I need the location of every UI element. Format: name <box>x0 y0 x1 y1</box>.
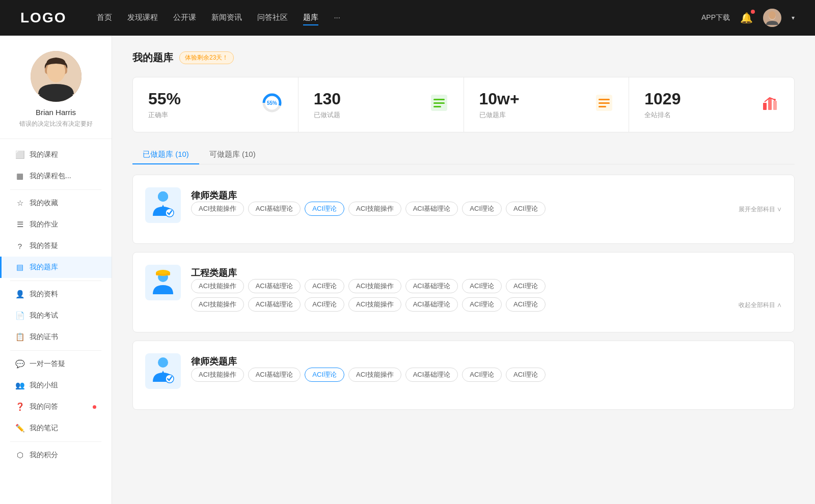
sidebar-item-exam[interactable]: 📄 我的考试 <box>0 305 112 326</box>
svg-rect-10 <box>433 99 445 100</box>
tag[interactable]: ACI技能操作 <box>348 202 401 216</box>
tag[interactable]: ACI理论 <box>305 297 344 312</box>
engineer-icon <box>145 265 181 300</box>
tab-done-banks[interactable]: 已做题库 (10) <box>132 145 199 164</box>
sidebar-item-group[interactable]: 👥 我的小组 <box>0 375 112 396</box>
tag[interactable]: ACI理论 <box>506 297 546 312</box>
nav-link-questionbank[interactable]: 题库 <box>303 11 318 25</box>
nav-chevron-icon[interactable]: ▾ <box>792 14 795 21</box>
nav-right: APP下载 🔔 ▾ <box>701 9 795 27</box>
tag[interactable]: ACI理论 <box>462 279 502 293</box>
tag[interactable]: ACI基础理论 <box>405 297 458 312</box>
menu-divider <box>10 350 101 351</box>
nav-link-news[interactable]: 新闻资讯 <box>211 11 242 25</box>
tag[interactable]: ACI理论 <box>506 279 546 293</box>
stat-label: 已做试题 <box>314 110 341 120</box>
nav-link-qa[interactable]: 问答社区 <box>257 11 288 25</box>
svg-point-22 <box>158 191 168 202</box>
tag[interactable]: ACI基础理论 <box>405 279 458 293</box>
collapse-link[interactable]: 收起全部科目 ∧ <box>739 301 782 312</box>
sidebar-item-points[interactable]: ⬡ 我的积分 <box>0 444 112 466</box>
page-header: 我的题库 体验剩余23天！ <box>132 51 795 65</box>
tag[interactable]: ACI技能操作 <box>348 368 401 382</box>
bank-name: 律师类题库 <box>191 187 782 202</box>
tag[interactable]: ACI理论 <box>506 368 546 382</box>
bell-icon: 🔔 <box>740 12 753 23</box>
nav-logo[interactable]: LOGO <box>20 10 66 26</box>
tag[interactable]: ACI基础理论 <box>405 202 458 216</box>
expand-link[interactable]: 展开全部科目 ∨ <box>739 205 782 216</box>
tag-active[interactable]: ACI理论 <box>305 368 344 382</box>
sidebar-item-favorites[interactable]: ☆ 我的收藏 <box>0 192 112 214</box>
svg-rect-15 <box>599 102 610 104</box>
nav-link-discover[interactable]: 发现课程 <box>127 11 158 25</box>
sidebar-item-questionbank[interactable]: ▤ 我的题库 <box>0 257 112 278</box>
sidebar-item-notes[interactable]: ✏️ 我的笔记 <box>0 417 112 439</box>
notification-bell[interactable]: 🔔 <box>740 12 753 24</box>
sidebar-item-answers[interactable]: ❓ 我的问答 <box>0 396 112 417</box>
tab-available-banks[interactable]: 可做题库 (10) <box>199 145 266 164</box>
sidebar-item-label: 我的答疑 <box>30 241 96 250</box>
list-green-icon <box>430 94 448 116</box>
tag[interactable]: ACI理论 <box>462 297 502 312</box>
menu-divider <box>10 281 101 281</box>
tag[interactable]: ACI技能操作 <box>191 279 244 293</box>
sidebar-item-certificate[interactable]: 📋 我的证书 <box>0 326 112 348</box>
svg-point-28 <box>158 357 168 368</box>
stats-row: 55% 正确率 55% 130 已做试题 <box>132 77 795 132</box>
tag[interactable]: ACI基础理论 <box>248 297 301 312</box>
svg-rect-16 <box>599 106 606 107</box>
nav-link-opencourse[interactable]: 公开课 <box>173 11 196 25</box>
page-title: 我的题库 <box>132 51 173 65</box>
pie-chart-icon: 55% <box>261 92 283 117</box>
tag[interactable]: ACI基础理论 <box>248 368 301 382</box>
sidebar-item-qa[interactable]: ? 我的答疑 <box>0 235 112 257</box>
tag[interactable]: ACI理论 <box>462 202 502 216</box>
tag[interactable]: ACI基础理论 <box>248 202 301 216</box>
sidebar-item-tutoring[interactable]: 💬 一对一答疑 <box>0 353 112 375</box>
bank-info: 工程类题库 ACI技能操作 ACI基础理论 ACI理论 ACI技能操作 ACI基… <box>191 265 782 312</box>
stat-done-banks: 10w+ 已做题库 <box>464 77 630 132</box>
stat-correct-rate: 55% 正确率 55% <box>133 77 298 132</box>
tag[interactable]: ACI技能操作 <box>191 202 244 216</box>
sidebar-profile: Brian Harris 错误的决定比没有决定要好 <box>0 46 112 139</box>
sidebar-item-label: 我的笔记 <box>30 424 96 433</box>
tag[interactable]: ACI理论 <box>305 279 344 293</box>
nav-link-home[interactable]: 首页 <box>97 11 112 25</box>
tag[interactable]: ACI基础理论 <box>405 368 458 382</box>
sidebar-item-label: 我的课程 <box>30 150 96 159</box>
tag[interactable]: ACI技能操作 <box>191 297 244 312</box>
svg-rect-12 <box>433 106 441 107</box>
sidebar-item-label: 我的考试 <box>30 311 96 320</box>
tag[interactable]: ACI理论 <box>462 368 502 382</box>
chart-red-icon <box>760 94 779 116</box>
sidebar-item-profile[interactable]: 👤 我的资料 <box>0 284 112 305</box>
profile-icon: 👤 <box>15 290 24 299</box>
sidebar-item-label: 我的积分 <box>30 451 96 460</box>
sidebar-item-course[interactable]: ⬜ 我的课程 <box>0 144 112 165</box>
sidebar-item-label: 我的收藏 <box>30 199 96 208</box>
tag[interactable]: ACI理论 <box>506 202 546 216</box>
app-download-link[interactable]: APP下载 <box>701 13 730 22</box>
tag[interactable]: ACI技能操作 <box>348 297 401 312</box>
tag[interactable]: ACI基础理论 <box>248 279 301 293</box>
stat-value: 1029 <box>644 90 681 108</box>
nav-link-more[interactable]: ··· <box>334 11 340 25</box>
stat-info: 130 已做试题 <box>314 90 341 120</box>
navbar: LOGO 首页 发现课程 公开课 新闻资讯 问答社区 题库 ··· APP下载 … <box>0 0 815 36</box>
username: Brian Harris <box>10 108 101 117</box>
sidebar-item-label: 我的作业 <box>30 220 96 229</box>
tag[interactable]: ACI技能操作 <box>348 279 401 293</box>
user-avatar[interactable] <box>763 9 781 27</box>
avatar-image <box>763 9 781 27</box>
tag[interactable]: ACI技能操作 <box>191 368 244 382</box>
sidebar-item-label: 我的问答 <box>30 402 88 411</box>
bank-card-header: 工程类题库 ACI技能操作 ACI基础理论 ACI理论 ACI技能操作 ACI基… <box>145 265 782 312</box>
sidebar-item-homework[interactable]: ☰ 我的作业 <box>0 214 112 235</box>
certificate-icon: 📋 <box>15 332 24 342</box>
svg-point-20 <box>774 99 776 101</box>
user-motto: 错误的决定比没有决定要好 <box>10 120 101 128</box>
nav-links: 首页 发现课程 公开课 新闻资讯 问答社区 题库 ··· <box>97 11 701 25</box>
sidebar-item-course-pkg[interactable]: ▦ 我的课程包... <box>0 165 112 187</box>
tag-active[interactable]: ACI理论 <box>305 202 344 216</box>
